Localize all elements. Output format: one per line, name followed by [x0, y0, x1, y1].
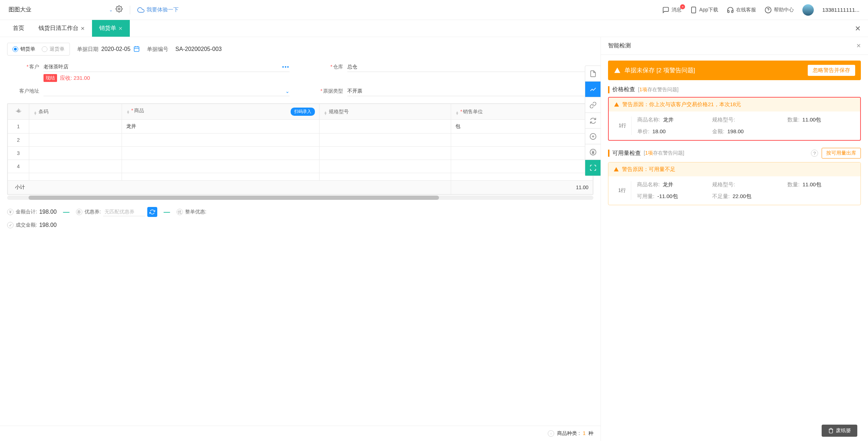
amount-total: ¥ 金额合计: 198.00 — [7, 209, 57, 215]
doc-date-value[interactable]: 2020-02-05 — [101, 46, 131, 52]
trial-link[interactable]: 我要体验一下 — [137, 6, 179, 14]
table-row[interactable]: 1龙井包 — [8, 120, 593, 134]
cell-spec[interactable] — [319, 120, 451, 134]
cell-product[interactable] — [122, 160, 320, 173]
panel-body: 单据未保存 [2 项警告问题] 忽略警告并保存 价格检查 [1项存在警告问题] … — [601, 55, 868, 441]
row-number: 1行 — [614, 116, 632, 135]
org-selector[interactable]: 图图大业 ⌄ — [9, 6, 116, 14]
subtotal-label: 小计 — [8, 181, 451, 194]
rail-doc-icon[interactable] — [585, 66, 601, 82]
rail-expand-icon[interactable] — [585, 160, 601, 176]
col-unit[interactable]: ▲▼*销售单位 — [451, 104, 593, 120]
warehouse-input[interactable]: 总仓 — [347, 62, 593, 72]
stock-check-header: 可用量检查 [1项存在警告问题] ? 按可用量出库 — [608, 148, 861, 159]
cell-product[interactable] — [122, 147, 320, 160]
cell-spec[interactable] — [319, 134, 451, 147]
deal-amount: ✓ 成交金额: 198.00 — [7, 222, 57, 228]
coupon-label: 优惠券: — [85, 209, 101, 215]
col-product[interactable]: ▲▼*商品扫码录入 — [122, 104, 320, 120]
tab-sales-order[interactable]: 销货单✕ — [92, 20, 130, 37]
cell-barcode[interactable] — [29, 134, 122, 147]
coupon-input[interactable]: 无匹配优惠券 — [103, 208, 145, 216]
rail-chart-icon[interactable] — [585, 82, 601, 97]
smart-detection-panel: 智能检测 ✕ 单据未保存 [2 项警告问题] 忽略警告并保存 价格检查 [1项存… — [601, 37, 868, 441]
trash-button[interactable]: 废纸篓 — [822, 425, 857, 437]
discount-icon: 优 — [177, 209, 183, 215]
cell-unit[interactable]: 包 — [451, 120, 593, 134]
radio-sales[interactable]: 销货单 — [12, 46, 35, 52]
close-icon[interactable]: ✕ — [118, 26, 123, 31]
row-index — [8, 173, 29, 181]
rail-yen-icon[interactable] — [585, 144, 601, 160]
tab-workbench[interactable]: 钱货日清工作台✕ — [31, 20, 92, 37]
avatar[interactable] — [802, 4, 814, 16]
doc-date-label: 单据日期 — [77, 46, 98, 53]
rail-user-icon[interactable] — [585, 129, 601, 144]
cell-product[interactable]: 龙井 — [122, 120, 320, 134]
gear-icon — [16, 108, 21, 114]
cell-unit[interactable] — [451, 160, 593, 173]
messages-link[interactable]: 消息 — [662, 6, 681, 14]
stock-out-button[interactable]: 按可用量出库 — [822, 148, 861, 159]
calendar-icon[interactable] — [133, 46, 140, 53]
ignore-save-button[interactable]: 忽略警告并保存 — [808, 65, 855, 76]
radio-return[interactable]: 退货单 — [42, 46, 65, 52]
gear-icon[interactable] — [116, 5, 123, 14]
detail-spec: 规格型号: — [712, 116, 780, 123]
close-icon[interactable]: ✕ — [856, 42, 861, 49]
table-row[interactable]: 3 — [8, 147, 593, 160]
sort-icon: ▲▼ — [34, 111, 37, 115]
cell-unit[interactable] — [451, 147, 593, 160]
cell-spec[interactable] — [319, 160, 451, 173]
col-settings[interactable] — [8, 104, 29, 120]
cell-spec[interactable] — [319, 147, 451, 160]
detail-spec: 规格型号: — [712, 181, 780, 188]
warehouse-field: *仓库 总仓 — [311, 62, 593, 72]
stock-check-actions: ? 按可用量出库 — [811, 148, 861, 159]
stock-check-count: [1项存在警告问题] — [644, 150, 684, 156]
stock-warning-reason: 警告原因：可用量不足 — [608, 162, 861, 176]
radio-icon — [42, 46, 47, 52]
close-all-tabs-icon[interactable]: ✕ — [848, 24, 868, 33]
deal-amount-row: ✓ 成交金额: 198.00 — [7, 222, 593, 228]
cell-barcode[interactable] — [29, 120, 122, 134]
close-icon[interactable]: ✕ — [81, 26, 85, 31]
svg-point-0 — [118, 8, 120, 10]
help-icon[interactable]: ? — [811, 150, 818, 157]
app-download-link[interactable]: App下载 — [690, 6, 718, 14]
doc-date-field: 单据日期 2020-02-05 — [77, 46, 140, 53]
rail-refresh-icon[interactable] — [585, 113, 601, 129]
table-row[interactable] — [8, 173, 593, 181]
help-center-link[interactable]: 帮助中心 — [765, 6, 794, 14]
horizontal-scrollbar[interactable] — [7, 196, 593, 200]
more-icon[interactable]: ••• — [282, 64, 290, 70]
cell-product[interactable] — [122, 134, 320, 147]
table-row[interactable]: 4 — [8, 160, 593, 173]
invoice-type-input[interactable]: 不开票 — [347, 86, 593, 96]
cell-unit[interactable] — [451, 173, 593, 181]
detail-grid: 商品名称:龙井 规格型号: 数量:11.00包 可用量:-11.00包 不足量:… — [637, 181, 856, 200]
divider — [130, 6, 130, 14]
col-spec[interactable]: ▲▼规格型号 — [319, 104, 451, 120]
cell-spec[interactable] — [319, 173, 451, 181]
stock-warning-box: 警告原因：可用量不足 1行 商品名称:龙井 规格型号: 数量:11.00包 可用… — [608, 162, 861, 205]
table-row[interactable]: 2 — [8, 134, 593, 147]
refresh-button[interactable] — [147, 207, 157, 217]
tab-home[interactable]: 首页 — [6, 20, 31, 37]
cell-barcode[interactable] — [29, 160, 122, 173]
scan-button[interactable]: 扫码录入 — [291, 108, 315, 116]
cell-unit[interactable] — [451, 134, 593, 147]
svg-rect-1 — [691, 7, 696, 13]
col-barcode[interactable]: ▲▼条码 — [29, 104, 122, 120]
svg-rect-5 — [134, 47, 139, 52]
cell-product[interactable] — [122, 173, 320, 181]
detail-price: 单价:18.00 — [637, 128, 705, 135]
cell-barcode[interactable] — [29, 147, 122, 160]
customer-input[interactable]: 老张茶叶店 ••• — [44, 62, 290, 72]
customer-addr-input[interactable]: ⌄ — [44, 86, 290, 96]
rail-link-icon[interactable] — [585, 97, 601, 113]
cell-barcode[interactable] — [29, 173, 122, 181]
price-warning-detail: 1行 商品名称:龙井 规格型号: 数量:11.00包 单价:18.00 金额:1… — [609, 111, 860, 140]
online-service-link[interactable]: 在线客服 — [727, 6, 756, 14]
tabs-bar: 首页 钱货日清工作台✕ 销货单✕ ✕ — [0, 20, 868, 37]
